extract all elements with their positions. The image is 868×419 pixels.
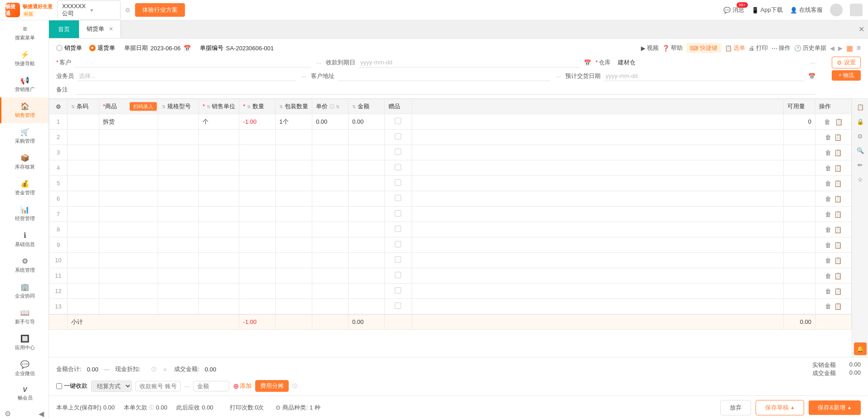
row-qty[interactable]: [239, 253, 276, 268]
company-selector[interactable]: XXXXXX公司 ▾: [57, 0, 121, 20]
side-btn-alert[interactable]: 🔔: [854, 342, 867, 355]
sidebar-item-wechat[interactable]: 💬 企业微信: [0, 356, 48, 381]
row-qty[interactable]: [239, 268, 276, 284]
delete-icon[interactable]: 🗑: [825, 134, 831, 141]
row-pkg-qty[interactable]: [276, 145, 312, 160]
row-price[interactable]: [312, 268, 348, 284]
close-tab-icon[interactable]: ✕: [858, 25, 864, 34]
row-price[interactable]: [312, 284, 348, 299]
expected-delivery-calendar-icon[interactable]: 📅: [808, 73, 815, 80]
row-unit[interactable]: [199, 284, 239, 299]
row-unit[interactable]: [199, 268, 239, 284]
row-product[interactable]: [99, 268, 158, 284]
row-product[interactable]: [99, 191, 158, 207]
app-download-item[interactable]: 📱 App下载: [752, 6, 783, 14]
abandon-btn[interactable]: 放弃: [720, 400, 751, 415]
row-spec[interactable]: [158, 299, 199, 314]
delete-icon[interactable]: 🗑: [824, 118, 830, 125]
row-qty[interactable]: -1.00: [239, 114, 276, 130]
row-amount[interactable]: [348, 299, 384, 314]
row-price[interactable]: [312, 130, 348, 145]
sidebar-item-vip[interactable]: V 畅会员: [0, 381, 48, 406]
row-gift[interactable]: [384, 114, 412, 130]
row-barcode[interactable]: [68, 207, 99, 222]
row-barcode[interactable]: [68, 191, 99, 207]
row-barcode[interactable]: [68, 114, 99, 130]
row-unit[interactable]: [199, 176, 239, 191]
row-barcode[interactable]: [68, 222, 99, 237]
row-product[interactable]: [99, 176, 158, 191]
user-avatar[interactable]: [830, 4, 843, 16]
row-price[interactable]: [312, 207, 348, 222]
industry-btn[interactable]: 体验行业方案: [135, 3, 185, 17]
row-unit[interactable]: [199, 207, 239, 222]
row-price[interactable]: [312, 237, 348, 253]
toolbar-help[interactable]: ❓ 帮助: [662, 44, 683, 52]
nav-next-icon[interactable]: ▶: [838, 45, 843, 52]
row-unit[interactable]: [199, 222, 239, 237]
gift-checkbox[interactable]: [395, 164, 401, 170]
setup-btn[interactable]: ⚙ 设置: [832, 57, 861, 68]
customer-more-icon[interactable]: ···: [316, 59, 321, 66]
delete-icon[interactable]: 🗑: [825, 272, 831, 279]
payment-amount-input[interactable]: [193, 381, 229, 391]
row-amount[interactable]: [348, 191, 384, 207]
th-gear[interactable]: ⚙: [49, 99, 68, 114]
row-spec[interactable]: [158, 176, 199, 191]
salesperson-input[interactable]: [78, 71, 296, 81]
row-amount[interactable]: [348, 176, 384, 191]
row-spec[interactable]: [158, 222, 199, 237]
gift-checkbox[interactable]: [395, 149, 401, 155]
row-pkg-qty[interactable]: [276, 268, 312, 284]
tab-home[interactable]: 首页: [49, 20, 79, 38]
row-qty[interactable]: [239, 207, 276, 222]
row-price[interactable]: [312, 160, 348, 176]
row-gift[interactable]: [384, 237, 412, 253]
row-spec[interactable]: [158, 160, 199, 176]
side-btn-edit[interactable]: ✏: [854, 159, 867, 171]
due-date-calendar-icon[interactable]: 📅: [584, 59, 591, 66]
row-pkg-qty[interactable]: [276, 207, 312, 222]
sidebar-item-search[interactable]: ≡ 搜索菜单: [0, 20, 48, 46]
online-service-item[interactable]: 👤 在线客服: [790, 6, 823, 14]
delete-icon[interactable]: 🗑: [825, 180, 831, 187]
row-spec[interactable]: [158, 130, 199, 145]
copy-icon[interactable]: 📋: [834, 180, 842, 187]
row-qty[interactable]: [239, 145, 276, 160]
gift-checkbox[interactable]: [395, 226, 401, 232]
row-price[interactable]: 0.00: [312, 114, 348, 130]
gift-checkbox[interactable]: [395, 287, 401, 294]
row-pkg-qty[interactable]: [276, 160, 312, 176]
copy-icon[interactable]: 📋: [834, 303, 842, 310]
row-barcode[interactable]: [68, 176, 99, 191]
row-barcode[interactable]: [68, 299, 99, 314]
sidebar-item-finance[interactable]: 💰 资金管理: [0, 175, 48, 201]
row-gift[interactable]: [384, 160, 412, 176]
row-spec[interactable]: [158, 114, 199, 130]
row-unit[interactable]: 个: [199, 114, 239, 130]
row-qty[interactable]: [239, 237, 276, 253]
row-price[interactable]: [312, 191, 348, 207]
delete-icon[interactable]: 🗑: [825, 288, 831, 295]
toolbar-history[interactable]: 🕐 历史单据: [794, 44, 826, 52]
delete-icon[interactable]: 🗑: [825, 241, 831, 249]
row-price[interactable]: [312, 222, 348, 237]
row-product[interactable]: [99, 237, 158, 253]
row-unit[interactable]: [199, 130, 239, 145]
payment-method-select[interactable]: 结算方式: [91, 380, 132, 392]
sidebar-item-enterprise[interactable]: 🏢 企业协同: [0, 278, 48, 304]
address-more-icon[interactable]: ···: [556, 73, 561, 80]
user-menu[interactable]: [850, 4, 863, 16]
logistics-btn[interactable]: + 物流: [832, 70, 861, 81]
row-spec[interactable]: [158, 237, 199, 253]
row-pkg-qty[interactable]: [276, 222, 312, 237]
row-spec[interactable]: [158, 253, 199, 268]
gift-checkbox[interactable]: [395, 256, 401, 263]
sidebar-item-operations[interactable]: 📊 经营管理: [0, 201, 48, 226]
row-gift[interactable]: [384, 191, 412, 207]
row-unit[interactable]: [199, 160, 239, 176]
copy-icon[interactable]: 📋: [834, 195, 842, 202]
side-btn-lock[interactable]: 🔒: [854, 115, 867, 128]
row-amount[interactable]: [348, 222, 384, 237]
row-spec[interactable]: [158, 284, 199, 299]
